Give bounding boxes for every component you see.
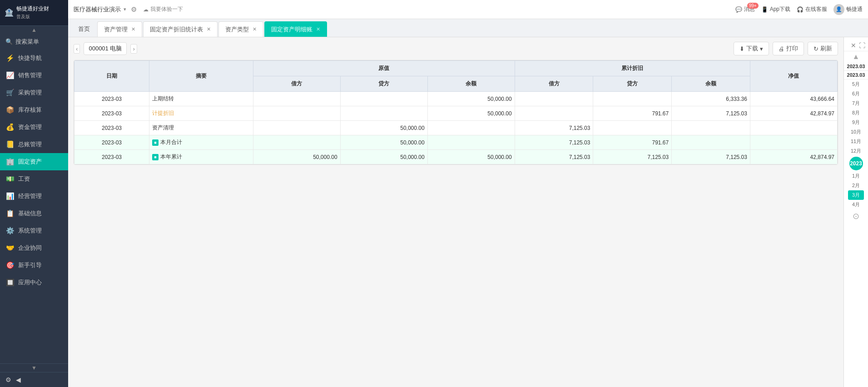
company-name: 医疗器械行业演示	[74, 5, 121, 14]
timeline-month[interactable]: 5月	[848, 79, 864, 89]
sidebar-item-guide[interactable]: 🎯 新手引导	[0, 257, 68, 274]
sidebar-item-quick-nav[interactable]: ⚡ 快捷导航	[0, 50, 68, 67]
print-button[interactable]: 🖨 打印	[773, 42, 804, 55]
timeline-nav-up[interactable]: ▲	[851, 51, 861, 62]
basic-info-label: 基础信息	[18, 209, 42, 218]
sales-label: 销售管理	[18, 71, 42, 79]
sidebar-item-app-center[interactable]: 🔲 应用中心	[0, 274, 68, 291]
sidebar-item-finance[interactable]: 💰 资金管理	[0, 119, 68, 136]
guide-icon: 🎯	[5, 261, 15, 269]
online-service-button[interactable]: 🎧 在线客服	[797, 5, 827, 13]
timeline-month[interactable]: 10月	[848, 127, 864, 137]
tab-asset-mgmt-close[interactable]: ✕	[131, 26, 135, 32]
panel-close-button[interactable]: ✕	[851, 42, 856, 49]
prev-asset-button[interactable]: ‹	[74, 44, 80, 54]
timeline-month[interactable]: 9月	[848, 118, 864, 127]
experience-button[interactable]: ☁ 我要体验一下	[143, 5, 183, 13]
sidebar-item-salary[interactable]: 💵 工资	[0, 170, 68, 188]
tab-asset-detail[interactable]: 固定资产明细账 ✕	[264, 21, 327, 37]
sidebar-item-fixed-assets[interactable]: 🏢 固定资产	[0, 153, 68, 170]
basic-info-icon: 📋	[5, 209, 15, 218]
col-dep-balance: 余额	[672, 76, 750, 92]
timeline-month[interactable]: 8月	[848, 108, 864, 118]
sidebar-header: 🏦 畅捷通好业财 普及版	[0, 0, 68, 26]
refresh-button[interactable]: ↻ 刷新	[808, 42, 838, 55]
col-orig-balance: 余额	[427, 76, 515, 92]
timeline-month[interactable]: 1月	[848, 171, 864, 181]
timeline-month[interactable]: 11月	[848, 137, 864, 146]
purchase-icon: 🛒	[5, 89, 15, 97]
company-selector[interactable]: 医疗器械行业演示 ▾	[74, 5, 126, 14]
download-label: 下载	[746, 45, 758, 53]
app-download-icon: 📱	[761, 6, 768, 13]
tab-asset-mgmt[interactable]: 资产管理 ✕	[97, 21, 142, 37]
tab-home-label: 首页	[78, 25, 90, 33]
tab-asset-detail-close[interactable]: ✕	[316, 26, 320, 32]
sidebar-bottom: ⚙ ◀	[0, 372, 68, 387]
search-menu[interactable]: 🔍 搜索菜单	[0, 34, 68, 50]
username-label: 畅捷通	[846, 5, 863, 13]
sidebar-item-inventory[interactable]: 📦 库存核算	[0, 101, 68, 119]
sidebar-item-purchase[interactable]: 🛒 采购管理	[0, 84, 68, 101]
timeline-month[interactable]: 2月	[848, 181, 864, 190]
inventory-label: 库存核算	[18, 106, 42, 114]
search-menu-label: 搜索菜单	[15, 38, 39, 46]
timeline-month[interactable]: 12月	[848, 146, 864, 156]
timeline-bottom-icon[interactable]: ⊙	[851, 209, 861, 223]
tab-asset-type[interactable]: 资产类型 ✕	[218, 21, 263, 37]
inventory-icon: 📦	[5, 106, 15, 114]
timeline-year-badge[interactable]: 2023	[849, 157, 863, 170]
tabbar: 首页 资产管理 ✕ 固定资产折旧统计表 ✕ 资产类型 ✕ 固定资产明细账 ✕	[68, 19, 868, 37]
timeline-month-active[interactable]: 3月	[848, 190, 864, 200]
table-row: 2023-03上期结转50,000.006,333.3643,666.64	[74, 92, 838, 106]
finance-icon: 💰	[5, 123, 15, 131]
tab-home[interactable]: 首页	[72, 21, 96, 37]
topbar-gear-icon[interactable]: ⚙	[131, 5, 137, 14]
main-area: 医疗器械行业演示 ▾ ⚙ ☁ 我要体验一下 💬 消息 99+ 📱 App下载 🎧…	[68, 0, 868, 387]
app-version: 普及版	[16, 14, 49, 20]
col-dep-debit: 借方	[515, 76, 593, 92]
next-asset-button[interactable]: ›	[130, 44, 137, 54]
sidebar: 🏦 畅捷通好业财 普及版 ▲ 🔍 搜索菜单 ⚡ 快捷导航 📈 销售管理 🛒 采购…	[0, 0, 68, 387]
table-row: 2023-03资产清理50,000.007,125.03	[74, 121, 838, 135]
sidebar-scroll-down[interactable]: ▼	[0, 363, 68, 372]
sidebar-item-collab[interactable]: 🤝 企业协同	[0, 239, 68, 257]
sidebar-scroll-up[interactable]: ▲	[0, 26, 68, 34]
toolbar: ⬇ 下载 ▾ 🖨 打印 ↻ 刷新	[734, 42, 838, 55]
collapse-icon[interactable]: ◀	[16, 376, 21, 383]
timeline-header1: 2023.03	[844, 62, 868, 71]
col-dep-credit: 贷方	[593, 76, 672, 92]
timeline-months: 5月6月7月8月9月10月11月12月20231月2月3月4月	[848, 79, 864, 209]
col-orig-debit: 借方	[253, 76, 340, 92]
col-net-value: 净值	[750, 61, 837, 92]
sidebar-item-system[interactable]: ⚙️ 系统管理	[0, 222, 68, 239]
refresh-icon: ↻	[813, 45, 818, 52]
tab-asset-type-close[interactable]: ✕	[253, 26, 257, 32]
asset-nav: ‹ 000001 电脑 › ⬇ 下载 ▾ 🖨 打印 ↻ 刷新	[74, 42, 838, 55]
timeline-month[interactable]: 7月	[848, 99, 864, 108]
topbar-right: 💬 消息 99+ 📱 App下载 🎧 在线客服 👤 畅捷通	[735, 4, 863, 15]
download-button[interactable]: ⬇ 下载 ▾	[734, 42, 769, 55]
tab-depreciation-stat[interactable]: 固定资产折旧统计表 ✕	[143, 21, 218, 37]
table-row: 2023-03计提折旧50,000.00791.677,125.0342,874…	[74, 106, 838, 121]
timeline-month[interactable]: 4月	[848, 200, 864, 209]
sidebar-item-sales[interactable]: 📈 销售管理	[0, 67, 68, 84]
timeline-month[interactable]: 6月	[848, 89, 864, 99]
sidebar-item-ledger[interactable]: 📒 总账管理	[0, 136, 68, 153]
messages-button[interactable]: 💬 消息 99+	[735, 5, 755, 13]
sidebar-item-basic-info[interactable]: 📋 基础信息	[0, 205, 68, 222]
user-menu[interactable]: 👤 畅捷通	[833, 4, 863, 15]
app-download-button[interactable]: 📱 App下载	[761, 5, 790, 13]
main-content: ‹ 000001 电脑 › ⬇ 下载 ▾ 🖨 打印 ↻ 刷新	[68, 37, 843, 387]
sidebar-item-business[interactable]: 📊 经营管理	[0, 188, 68, 205]
purchase-label: 采购管理	[18, 89, 42, 97]
guide-label: 新手引导	[18, 261, 42, 269]
col-summary: 摘要	[149, 61, 253, 92]
tab-depreciation-stat-close[interactable]: ✕	[207, 26, 211, 32]
fixed-assets-label: 固定资产	[18, 158, 42, 166]
settings-icon[interactable]: ⚙	[5, 376, 11, 383]
ledger-icon: 📒	[5, 140, 15, 149]
summary-badge-icon: ■	[152, 139, 159, 146]
asset-code: 000001 电脑	[84, 42, 127, 55]
panel-expand-button[interactable]: ⛶	[859, 42, 865, 49]
